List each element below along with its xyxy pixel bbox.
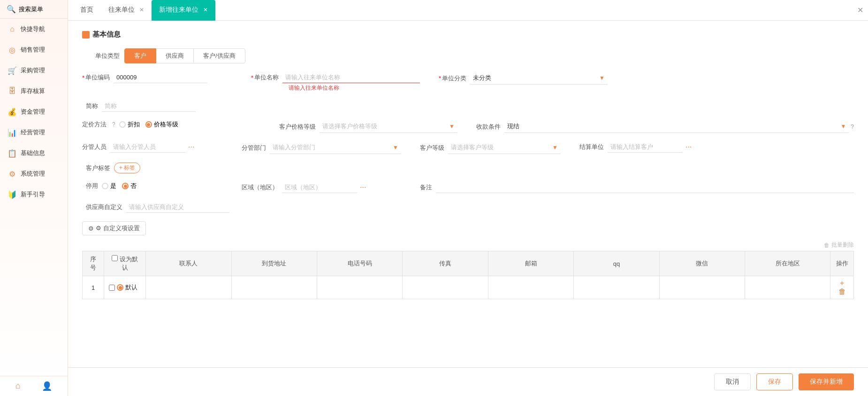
manager-input[interactable] (110, 141, 185, 153)
wechat-input[interactable] (664, 284, 740, 291)
tab-bar-close[interactable]: ✕ (857, 6, 863, 15)
customer-level-placeholder: 请选择客户等级 (451, 143, 494, 152)
unit-type-label: 单位类型 (82, 52, 120, 60)
sidebar-item-label: 系统管理 (21, 170, 45, 178)
save-button[interactable]: 保存 (756, 373, 793, 390)
customer-tag-label: 客户标签 (86, 164, 110, 172)
cell-fax[interactable] (403, 276, 488, 299)
sidebar-item-newbie[interactable]: 🔰 新手引导 (0, 184, 68, 205)
settlement-more-btn[interactable]: ··· (685, 143, 692, 151)
manager-more-btn[interactable]: ··· (188, 143, 194, 151)
short-name-input[interactable] (102, 101, 196, 112)
sidebar-item-inventory[interactable]: 🗄 库存核算 (0, 81, 68, 101)
sidebar-item-label: 经营管理 (21, 128, 45, 137)
sidebar-item-quick-nav[interactable]: ⌂ 快捷导航 (0, 19, 68, 39)
form-area: 基本信息 单位类型 客户 供应商 客户/供应商 * 单位编码 * 单位名称 (68, 21, 868, 367)
cancel-button[interactable]: 取消 (714, 373, 751, 390)
disabled-radio-no[interactable]: 否 (122, 182, 137, 190)
question-icon[interactable]: ? (112, 121, 115, 128)
type-btn-both[interactable]: 客户/供应商 (193, 48, 245, 63)
cell-address[interactable] (231, 276, 317, 299)
radio-outer-checked (122, 183, 129, 189)
customer-price-level-field: 客户价格等级 请选择客户价格等级 ▼ (279, 120, 457, 133)
sidebar-user-icon[interactable]: 👤 (42, 381, 52, 391)
tab-partners-close[interactable]: ✕ (139, 7, 144, 13)
supplier-custom-input[interactable] (126, 202, 229, 213)
tab-home[interactable]: 首页 (73, 0, 101, 21)
cell-region[interactable] (745, 276, 830, 299)
sidebar-home-icon[interactable]: ⌂ (15, 381, 21, 391)
cell-contact[interactable] (146, 276, 231, 299)
cell-qq[interactable] (574, 276, 659, 299)
payment-terms-question-icon[interactable]: ? (851, 124, 854, 130)
sidebar-item-finance[interactable]: 💰 资金管理 (0, 101, 68, 122)
payment-terms-select[interactable]: 现结 ▼ (504, 120, 849, 133)
address-input[interactable] (236, 284, 312, 291)
contact-input[interactable] (151, 284, 226, 291)
fax-input[interactable] (407, 284, 483, 291)
sidebar-item-label: 资金管理 (21, 108, 45, 116)
add-row-button[interactable]: + (840, 279, 844, 287)
type-btn-customer[interactable]: 客户 (124, 48, 156, 63)
col-qq: qq (574, 251, 659, 276)
save-new-button[interactable]: 保存并新增 (799, 373, 854, 390)
type-btn-supplier[interactable]: 供应商 (156, 48, 193, 63)
cell-phone[interactable] (317, 276, 402, 299)
custom-settings-button[interactable]: ⚙ ⚙ 自定义项设置 (82, 221, 146, 235)
disabled-field: 停用 是 否 (82, 182, 223, 190)
customer-price-level-select[interactable]: 请选择客户价格等级 ▼ (320, 120, 457, 133)
email-input[interactable] (493, 284, 569, 291)
region-more-btn[interactable]: ··· (360, 183, 366, 192)
remark-input[interactable] (436, 182, 854, 193)
unit-category-select[interactable]: 未分类 ▼ (470, 72, 608, 85)
unit-name-input[interactable] (282, 72, 420, 83)
cell-wechat[interactable] (659, 276, 745, 299)
customer-level-select[interactable]: 请选择客户等级 ▼ (448, 141, 561, 154)
department-placeholder: 请输入分管部门 (273, 143, 315, 152)
pricing-radio-discount[interactable]: 折扣 (119, 120, 140, 129)
region-input[interactable] (282, 182, 357, 193)
settlement-field: 结算单位 ··· (579, 141, 854, 153)
sidebar-item-purchase[interactable]: 🛒 采购管理 (0, 60, 68, 81)
phone-input[interactable] (322, 284, 397, 291)
cell-email[interactable] (488, 276, 573, 299)
sidebar-item-basic-info[interactable]: 📋 基础信息 (0, 143, 68, 163)
department-select[interactable]: 请输入分管部门 ▼ (270, 141, 401, 154)
newbie-icon: 🔰 (8, 190, 17, 199)
batch-delete-button[interactable]: 🗑 批量删除 (824, 241, 854, 249)
default-radio[interactable]: 默认 (117, 283, 137, 292)
disabled-radio-yes[interactable]: 是 (102, 182, 116, 190)
delete-row-button[interactable]: 🗑 (838, 287, 846, 296)
select-all-checkbox[interactable] (112, 255, 118, 261)
row-checkbox[interactable] (109, 285, 115, 291)
add-tag-label: + 标签 (119, 164, 135, 172)
sidebar-item-sales[interactable]: ◎ 销售管理 (0, 39, 68, 60)
unit-name-label: 单位名称 (254, 73, 279, 82)
cell-default: 默认 (104, 276, 146, 299)
qq-input[interactable] (579, 284, 654, 291)
customer-price-level-placeholder: 请选择客户价格等级 (322, 122, 377, 131)
radio-outer (119, 121, 126, 128)
tab-partners[interactable]: 往来单位 ✕ (101, 0, 152, 21)
sidebar-item-system[interactable]: ⚙ 系统管理 (0, 163, 68, 184)
sidebar-search[interactable]: 🔍 搜索菜单 (0, 0, 68, 19)
region-input-cell[interactable] (750, 284, 825, 291)
sidebar-item-label: 基础信息 (21, 149, 45, 157)
unit-name-error: 请输入往来单位名称 (289, 84, 339, 92)
unit-code-input[interactable] (114, 72, 207, 83)
tab-partners-label: 往来单位 (108, 6, 135, 14)
settlement-input[interactable] (608, 141, 683, 153)
tab-new-partner[interactable]: 新增往来单位 ✕ (152, 0, 215, 21)
col-wechat: 微信 (659, 251, 745, 276)
disabled-no-label: 否 (130, 182, 137, 190)
settlement-label: 结算单位 (579, 143, 604, 151)
payment-terms-value: 现结 (507, 122, 519, 131)
radio-inner (147, 123, 150, 126)
sidebar-item-operations[interactable]: 📊 经营管理 (0, 122, 68, 143)
pricing-radio-level[interactable]: 价格等级 (145, 120, 178, 129)
section-title: 基本信息 (82, 30, 854, 39)
purchase-icon: 🛒 (8, 66, 17, 75)
add-tag-button[interactable]: + 标签 (114, 163, 140, 173)
tab-new-partner-close[interactable]: ✕ (203, 7, 208, 13)
manager-field: 分管人员 ··· (82, 141, 223, 153)
